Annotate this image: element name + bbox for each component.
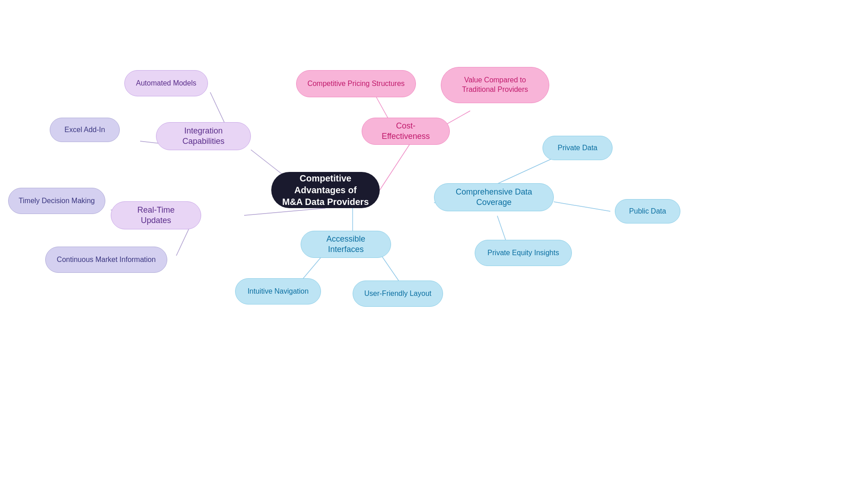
timely-node[interactable]: Timely Decision Making bbox=[8, 188, 105, 214]
private-data-label: Private Data bbox=[557, 143, 597, 153]
accessible-node[interactable]: Accessible Interfaces bbox=[301, 231, 391, 258]
automated-node[interactable]: Automated Models bbox=[124, 70, 208, 96]
excel-label: Excel Add-In bbox=[65, 125, 105, 135]
integration-label: Integration Capabilities bbox=[166, 126, 241, 147]
comprehensive-label: Comprehensive Data Coverage bbox=[444, 187, 543, 208]
realtime-label: Real-Time Updates bbox=[121, 205, 191, 226]
svg-line-6 bbox=[380, 140, 412, 190]
center-node[interactable]: Competitive Advantages of M&A Data Provi… bbox=[271, 172, 380, 208]
realtime-node[interactable]: Real-Time Updates bbox=[111, 201, 201, 229]
comprehensive-node[interactable]: Comprehensive Data Coverage bbox=[434, 183, 554, 211]
accessible-label: Accessible Interfaces bbox=[311, 234, 381, 255]
continuous-label: Continuous Market Information bbox=[57, 255, 156, 265]
continuous-node[interactable]: Continuous Market Information bbox=[45, 247, 167, 273]
svg-line-3 bbox=[244, 208, 326, 215]
public-data-node[interactable]: Public Data bbox=[615, 199, 680, 224]
userfriendly-label: User-Friendly Layout bbox=[364, 289, 432, 299]
value-node[interactable]: Value Compared to Traditional Providers bbox=[441, 67, 549, 103]
intuitive-label: Intuitive Navigation bbox=[247, 287, 308, 296]
private-equity-label: Private Equity Insights bbox=[487, 248, 559, 258]
value-label: Value Compared to Traditional Providers bbox=[451, 76, 539, 95]
private-data-node[interactable]: Private Data bbox=[542, 136, 613, 160]
cost-label: Cost-Effectiveness bbox=[372, 121, 439, 142]
competitive-node[interactable]: Competitive Pricing Structures bbox=[296, 70, 416, 97]
public-data-label: Public Data bbox=[629, 207, 666, 216]
svg-line-15 bbox=[497, 216, 506, 242]
timely-label: Timely Decision Making bbox=[19, 196, 94, 206]
excel-node[interactable]: Excel Add-In bbox=[50, 118, 120, 142]
automated-label: Automated Models bbox=[136, 79, 196, 88]
userfriendly-node[interactable]: User-Friendly Layout bbox=[353, 281, 443, 307]
svg-line-5 bbox=[176, 227, 190, 256]
center-label: Competitive Advantages of M&A Data Provi… bbox=[281, 172, 370, 208]
cost-node[interactable]: Cost-Effectiveness bbox=[362, 118, 450, 145]
integration-node[interactable]: Integration Capabilities bbox=[156, 122, 251, 150]
svg-line-14 bbox=[554, 202, 610, 211]
competitive-label: Competitive Pricing Structures bbox=[307, 79, 405, 89]
private-equity-node[interactable]: Private Equity Insights bbox=[475, 240, 572, 266]
intuitive-node[interactable]: Intuitive Navigation bbox=[235, 278, 321, 304]
